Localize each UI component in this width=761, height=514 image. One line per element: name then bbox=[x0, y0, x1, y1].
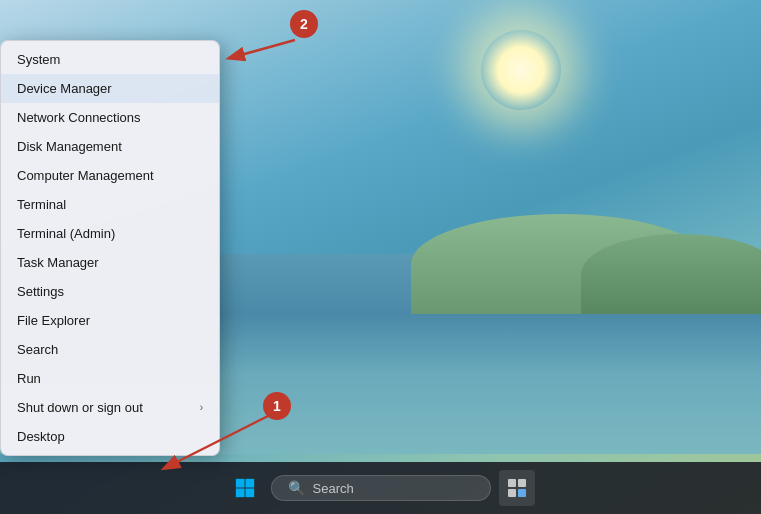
menu-item-settings[interactable]: Settings bbox=[1, 277, 219, 306]
menu-item-system[interactable]: System bbox=[1, 45, 219, 74]
menu-item-disk-management[interactable]: Disk Management bbox=[1, 132, 219, 161]
menu-item-task-manager[interactable]: Task Manager bbox=[1, 248, 219, 277]
menu-item-search[interactable]: Search bbox=[1, 335, 219, 364]
widgets-icon bbox=[507, 478, 527, 498]
menu-item-terminal-admin[interactable]: Terminal (Admin) bbox=[1, 219, 219, 248]
search-icon: 🔍 bbox=[288, 480, 305, 496]
svg-rect-10 bbox=[508, 489, 516, 497]
taskbar-search-box[interactable]: 🔍 Search bbox=[271, 475, 491, 501]
menu-item-network-connections[interactable]: Network Connections bbox=[1, 103, 219, 132]
submenu-arrow-icon: › bbox=[200, 402, 203, 413]
svg-rect-4 bbox=[235, 479, 244, 488]
widgets-button[interactable] bbox=[499, 470, 535, 506]
menu-item-file-explorer[interactable]: File Explorer bbox=[1, 306, 219, 335]
menu-item-computer-management[interactable]: Computer Management bbox=[1, 161, 219, 190]
sun-decoration bbox=[481, 30, 561, 110]
taskbar-search-label: Search bbox=[313, 481, 354, 496]
svg-rect-6 bbox=[235, 488, 244, 497]
start-button[interactable] bbox=[227, 470, 263, 506]
menu-item-run[interactable]: Run bbox=[1, 364, 219, 393]
svg-rect-5 bbox=[245, 479, 254, 488]
svg-rect-11 bbox=[518, 489, 526, 497]
svg-rect-8 bbox=[508, 479, 516, 487]
svg-rect-7 bbox=[245, 488, 254, 497]
taskbar: 🔍 Search bbox=[0, 462, 761, 514]
svg-rect-9 bbox=[518, 479, 526, 487]
menu-item-desktop[interactable]: Desktop bbox=[1, 422, 219, 451]
menu-item-device-manager[interactable]: Device Manager bbox=[1, 74, 219, 103]
context-menu: System Device Manager Network Connection… bbox=[0, 40, 220, 456]
menu-item-shutdown[interactable]: Shut down or sign out › bbox=[1, 393, 219, 422]
menu-item-terminal[interactable]: Terminal bbox=[1, 190, 219, 219]
windows-logo-icon bbox=[234, 477, 256, 499]
